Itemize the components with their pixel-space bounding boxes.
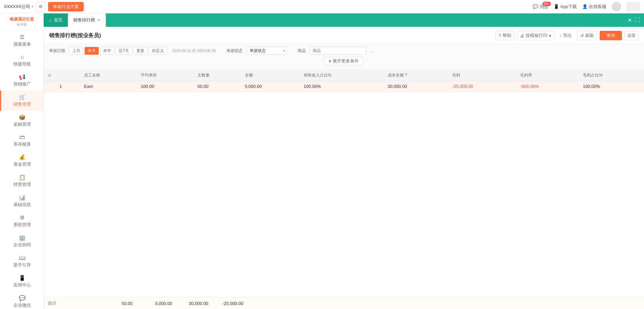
col-avg-price: 平均单价 bbox=[137, 70, 194, 81]
expand-icon: ▾ bbox=[329, 59, 331, 64]
sidebar-item-basic-info[interactable]: 📊 基础信息 bbox=[0, 191, 43, 211]
print-chevron-icon: ▾ bbox=[549, 33, 551, 38]
refresh-button[interactable]: ↺ 刷新 bbox=[577, 31, 597, 40]
sidebar-item-label: 经营管理 bbox=[13, 182, 31, 188]
col-sales-ratio: 销售收入占比% bbox=[300, 70, 384, 81]
table-cell: 5,000.00 bbox=[241, 81, 300, 92]
export-button[interactable]: ↑ 导出 bbox=[557, 31, 575, 40]
page-content: 销售排行榜(按业务员) ? 帮助 🖨 按模板打印 ▾ ↑ 导出 bbox=[44, 27, 644, 309]
user-name-display bbox=[627, 2, 640, 11]
help-label: 帮助 bbox=[503, 33, 511, 39]
expand-row: ▾ 展开更多条件 bbox=[49, 55, 639, 66]
tab-controls: ✕ ⛶ bbox=[628, 17, 644, 23]
col-gross: 毛利 bbox=[448, 70, 516, 81]
date-btn-this-year[interactable]: 本年 bbox=[100, 47, 114, 55]
app-download-button[interactable]: 📱 App下载 bbox=[554, 4, 577, 10]
tab-bar: ⌂ 首页 销售排行榜 ✕ ✕ ⛶ bbox=[44, 13, 644, 27]
company-name: XXXXXX公司 bbox=[4, 4, 30, 10]
footer-gross: -25,000.00 bbox=[222, 301, 249, 306]
sidebar-item-finance[interactable]: 💰 资金管理 bbox=[0, 151, 43, 171]
company-selector[interactable]: XXXXXX公司 ▾ bbox=[4, 4, 33, 10]
date-btn-this-month[interactable]: 本月 bbox=[85, 47, 99, 55]
tab-home[interactable]: ⌂ 首页 bbox=[44, 13, 68, 27]
date-btn-7days[interactable]: 近7天 bbox=[116, 47, 132, 55]
tab-close-all-icon[interactable]: ✕ bbox=[628, 17, 632, 23]
sidebar-item-label: 应用中心 bbox=[13, 282, 31, 288]
sidebar-item-guide[interactable]: 📖 新手引导 bbox=[0, 251, 43, 271]
sidebar-item-enterprise[interactable]: 🏢 企业协同 bbox=[0, 231, 43, 251]
tab-sales-ranking[interactable]: 销售排行榜 ✕ bbox=[68, 13, 106, 27]
table-header-row: ⚙ 员工名称 平均单价 主数量 全额 销售收入占比% 成本全额 ? 毛利 毛利率… bbox=[44, 70, 644, 81]
tab-home-label: 首页 bbox=[54, 17, 62, 23]
sidebar-item-label: 快捷导航 bbox=[13, 61, 31, 67]
sales-icon: 🛒 bbox=[19, 94, 26, 100]
tab-close-icon[interactable]: ✕ bbox=[97, 18, 100, 22]
sidebar-item-label: 营销推广 bbox=[13, 81, 31, 87]
more-filters-button[interactable]: ... bbox=[370, 48, 374, 53]
goods-label: 商品 bbox=[298, 48, 306, 54]
help-button[interactable]: ? 帮助 bbox=[496, 31, 514, 40]
date-btn-last-month[interactable]: 上月 bbox=[69, 47, 83, 55]
status-select[interactable]: 单据状态 bbox=[247, 47, 287, 55]
sidebar-item-purchase[interactable]: 📦 采购管理 bbox=[0, 111, 43, 131]
online-service-label: 在线客服 bbox=[589, 4, 606, 10]
main-layout: 畅康通好生意 标准版 ☰ 搜索菜单 ⌂ 快捷导航 📢 营销推广 🛒 销售管理 📦… bbox=[0, 13, 644, 309]
top-right-area: 💬 消息 99+ 📱 App下载 👤 在线客服 bbox=[533, 2, 640, 11]
sidebar-item-sales[interactable]: 🛒 销售管理 bbox=[0, 91, 43, 111]
avatar[interactable] bbox=[612, 2, 621, 11]
quick-nav-icon: ⌂ bbox=[20, 54, 24, 60]
sidebar-item-inventory[interactable]: 🗃 库存核算 bbox=[0, 131, 43, 151]
status-label: 单据状态 bbox=[226, 48, 243, 54]
print-template-button[interactable]: 🖨 按模板打印 ▾ bbox=[517, 31, 554, 40]
date-btn-custom[interactable]: 自定义 bbox=[149, 47, 167, 55]
date-range-display: 2023-06-01 至 2023-06-30 bbox=[172, 48, 216, 53]
date-btn-more[interactable]: 更多 bbox=[133, 47, 147, 55]
refresh-label: 刷新 bbox=[585, 33, 594, 39]
sidebar-item-system[interactable]: ⚙ 系统管理 bbox=[0, 211, 43, 231]
table-row: 1Eam100.0050.005,000.00100.00%30,000.00-… bbox=[44, 81, 644, 92]
footer-main-qty: 50.00 bbox=[122, 301, 148, 306]
sidebar-item-label: 新手引导 bbox=[13, 262, 31, 268]
sidebar-item-search-order[interactable]: ☰ 搜索菜单 bbox=[0, 31, 43, 51]
online-service-icon: 👤 bbox=[582, 4, 588, 9]
top-bar: XXXXXX公司 ▾ ⚙ 体验行业方案 💬 消息 99+ 📱 App下载 👤 在… bbox=[0, 0, 644, 13]
table-cell bbox=[44, 81, 55, 92]
wechat-icon: 💬 bbox=[19, 295, 26, 301]
col-gross-ratio: 毛利占比% bbox=[579, 70, 644, 81]
refresh-icon: ↺ bbox=[580, 33, 584, 38]
expand-conditions-button[interactable]: ▾ 展开更多条件 bbox=[325, 57, 363, 65]
sidebar-item-quick-nav[interactable]: ⌂ 快捷导航 bbox=[0, 51, 43, 70]
col-settings[interactable]: ⚙ bbox=[44, 70, 55, 81]
expand-label: 展开更多条件 bbox=[333, 58, 359, 64]
tab-sales-ranking-label: 销售排行榜 bbox=[73, 17, 95, 23]
help-icon: ? bbox=[499, 33, 501, 38]
sidebar-item-label: 销售管理 bbox=[13, 101, 31, 107]
logo-line2: 标准版 bbox=[17, 22, 27, 27]
goods-input[interactable] bbox=[310, 47, 366, 55]
enterprise-icon: 🏢 bbox=[19, 235, 26, 241]
sidebar-item-operations[interactable]: 📋 经营管理 bbox=[0, 171, 43, 191]
footer-cost: 30,000.00 bbox=[189, 301, 216, 306]
date-buttons: 上月 本月 本年 近7天 更多 自定义 bbox=[69, 47, 167, 55]
sidebar-item-app-center[interactable]: 📱 应用中心 bbox=[0, 271, 43, 292]
sidebar-item-label: 采购管理 bbox=[13, 121, 31, 127]
export-label: 导出 bbox=[563, 33, 572, 39]
logo-line1: 畅康通好生意 bbox=[10, 17, 34, 22]
sidebar-item-label: 基础信息 bbox=[13, 202, 31, 208]
query-button[interactable]: 查询 bbox=[600, 31, 622, 40]
footer-total: 5,000.00 bbox=[155, 301, 182, 306]
sidebar-item-marketing[interactable]: 📢 营销推广 bbox=[0, 70, 43, 91]
app-download-icon: 📱 bbox=[554, 4, 559, 9]
basic-info-icon: 📊 bbox=[19, 194, 26, 201]
message-button[interactable]: 💬 消息 99+ bbox=[533, 4, 548, 10]
page-header: 销售排行榜(按业务员) ? 帮助 🖨 按模板打印 ▾ ↑ 导出 bbox=[44, 27, 644, 43]
trial-button[interactable]: 体验行业方案 bbox=[48, 2, 84, 11]
online-service-button[interactable]: 👤 在线客服 bbox=[582, 4, 606, 10]
col-total: 全额 bbox=[241, 70, 300, 81]
sidebar-item-wechat[interactable]: 💬 企业微信 bbox=[0, 292, 43, 309]
table-cell: 50.00 bbox=[194, 81, 241, 92]
settings-icon[interactable]: ⚙ bbox=[36, 2, 45, 11]
settings-page-button[interactable]: 设置 bbox=[625, 31, 639, 40]
purchase-icon: 📦 bbox=[19, 114, 26, 120]
tab-maximize-icon[interactable]: ⛶ bbox=[635, 17, 640, 23]
